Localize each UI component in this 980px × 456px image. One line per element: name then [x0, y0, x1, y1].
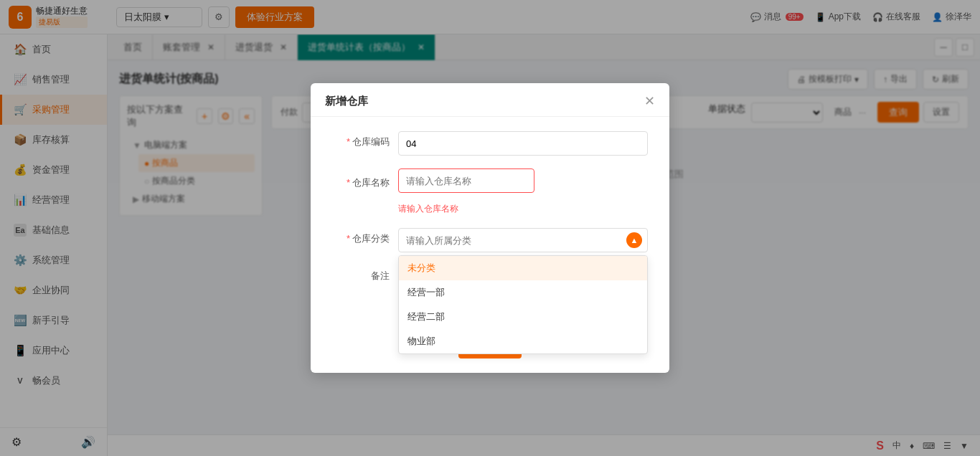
code-label: 仓库编码	[332, 131, 390, 148]
dropdown-item-property[interactable]: 物业部	[399, 329, 647, 353]
category-dropdown: ▲ 未分类 经营一部 经营二部 物业部	[398, 228, 648, 252]
category-input[interactable]	[398, 228, 648, 252]
modal-overlay: 新增仓库 ✕ 仓库编码 仓库名称 请输入仓库名称 仓库分类	[0, 0, 980, 456]
name-field-row: 仓库名称 请输入仓库名称	[332, 168, 648, 215]
name-input[interactable]	[398, 168, 534, 193]
name-label: 仓库名称	[332, 172, 390, 189]
category-label: 仓库分类	[332, 228, 390, 245]
modal-close-button[interactable]: ✕	[644, 93, 655, 109]
dropdown-item-uncategorized[interactable]: 未分类	[399, 256, 647, 280]
name-error-msg: 请输入仓库名称	[398, 203, 458, 215]
dropdown-item-dept1[interactable]: 经营一部	[399, 280, 647, 305]
modal-title: 新增仓库	[325, 95, 368, 108]
modal-body: 仓库编码 仓库名称 请输入仓库名称 仓库分类 ▲	[311, 117, 669, 336]
note-label: 备注	[332, 265, 390, 282]
category-dropdown-list: 未分类 经营一部 经营二部 物业部	[398, 255, 648, 354]
dropdown-item-dept2[interactable]: 经营二部	[399, 305, 647, 329]
modal-header: 新增仓库 ✕	[311, 83, 669, 117]
code-input[interactable]	[398, 131, 648, 156]
dropdown-toggle-button[interactable]: ▲	[626, 232, 642, 248]
category-field-row: 仓库分类 ▲ 未分类 经营一部 经营二部 物业部	[332, 228, 648, 252]
add-warehouse-modal: 新增仓库 ✕ 仓库编码 仓库名称 请输入仓库名称 仓库分类	[311, 83, 669, 373]
code-field-row: 仓库编码	[332, 131, 648, 156]
